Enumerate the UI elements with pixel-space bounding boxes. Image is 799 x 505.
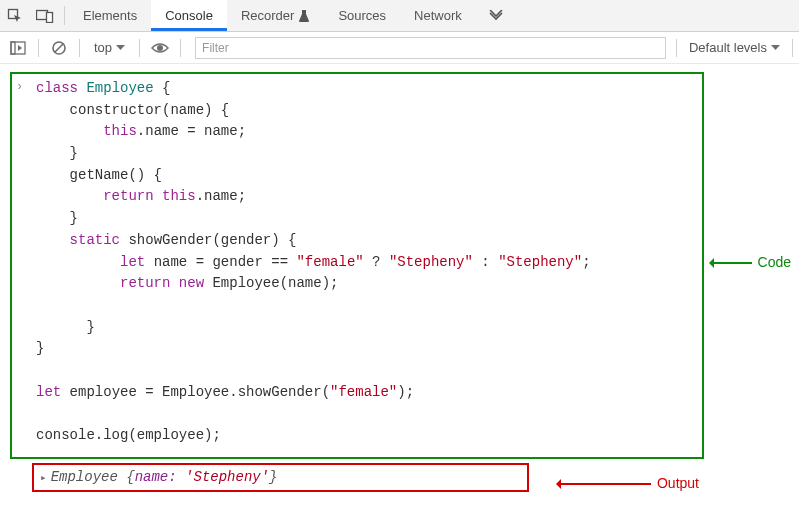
devtools-tabbar: Elements Console Recorder Sources Networ…	[0, 0, 799, 32]
console-toolbar: top Default levels	[0, 32, 799, 64]
annotation-code-label: Code	[758, 252, 791, 274]
separator	[79, 39, 80, 57]
svg-rect-2	[47, 12, 53, 22]
output-brace-close: }	[269, 469, 277, 485]
context-label: top	[94, 40, 112, 55]
svg-rect-4	[11, 42, 15, 54]
code-input-box[interactable]: › class Employee { constructor(name) { t…	[10, 72, 704, 459]
separator	[676, 39, 677, 57]
beaker-icon	[298, 9, 310, 23]
sidebar-toggle-icon[interactable]	[6, 36, 30, 60]
console-output-box[interactable]: ▸Employee {name: 'Stepheny'}	[32, 463, 529, 493]
chevron-down-icon	[116, 44, 125, 52]
separator	[792, 39, 793, 57]
svg-point-7	[157, 45, 163, 51]
console-body: › class Employee { constructor(name) { t…	[0, 64, 799, 504]
output-brace: {	[118, 469, 135, 485]
output-class: Employee	[51, 469, 118, 485]
clear-console-icon[interactable]	[47, 36, 71, 60]
svg-line-6	[55, 44, 63, 52]
more-tabs-button[interactable]	[476, 0, 516, 31]
separator	[180, 39, 181, 57]
live-expression-icon[interactable]	[148, 36, 172, 60]
arrow-left-icon	[714, 262, 752, 264]
svg-rect-1	[37, 10, 48, 19]
expand-triangle-icon[interactable]: ▸	[40, 472, 47, 484]
output-key: name:	[135, 469, 177, 485]
levels-label: Default levels	[689, 40, 767, 55]
tab-console[interactable]: Console	[151, 0, 227, 31]
tab-sources[interactable]: Sources	[324, 0, 400, 31]
arrow-left-icon	[561, 483, 651, 485]
log-levels-selector[interactable]: Default levels	[681, 40, 788, 55]
filter-field[interactable]	[195, 37, 666, 59]
input-chevron-icon: ›	[16, 78, 23, 97]
separator	[38, 39, 39, 57]
tab-label: Recorder	[241, 8, 294, 23]
separator	[139, 39, 140, 57]
filter-input[interactable]	[195, 37, 666, 59]
tab-elements[interactable]: Elements	[69, 0, 151, 31]
inspect-icon[interactable]	[0, 0, 30, 31]
separator	[64, 6, 65, 25]
tab-network[interactable]: Network	[400, 0, 476, 31]
context-selector[interactable]: top	[88, 40, 131, 55]
annotation-output-label: Output	[657, 473, 699, 495]
tab-recorder[interactable]: Recorder	[227, 0, 324, 31]
output-value: 'Stepheny'	[185, 469, 269, 485]
device-toggle-icon[interactable]	[30, 0, 60, 31]
chevron-down-icon	[771, 44, 780, 52]
annotation-code: Code	[714, 252, 791, 274]
code-content: class Employee { constructor(name) { thi…	[12, 74, 696, 451]
annotation-output: Output	[561, 473, 699, 495]
